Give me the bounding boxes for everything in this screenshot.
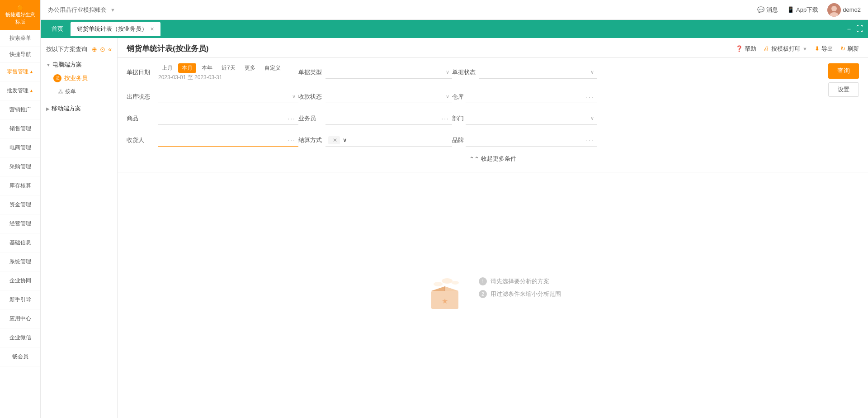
outstatus-label: 出库状态 bbox=[127, 93, 158, 101]
main-content: ★ 1 请先选择要分析的方案 2 bbox=[118, 172, 868, 418]
query-button[interactable]: 查询 bbox=[828, 63, 859, 79]
date-tab-7days[interactable]: 近7天 bbox=[218, 63, 239, 73]
date-tab-thisyear[interactable]: 本年 bbox=[198, 63, 216, 73]
app-download-action[interactable]: 📱 App下载 bbox=[787, 6, 818, 14]
print-dropdown-icon[interactable]: ▼ bbox=[802, 46, 807, 52]
outstatus-dropdown-icon: ∨ bbox=[292, 94, 296, 100]
message-icon: 💬 bbox=[757, 6, 764, 13]
sidebar-nav: 零售管理 ▲ 批发管理 ▲ 营销推广 销售管理 电商管理 采购管理 库存核算 资… bbox=[0, 62, 40, 418]
payment-control[interactable]: ∨ bbox=[326, 90, 452, 103]
doctype-control[interactable]: ∨ bbox=[326, 66, 452, 79]
collapse-button[interactable]: ⌃⌃ 收起更多条件 bbox=[469, 155, 516, 163]
date-tab-custom[interactable]: 自定义 bbox=[261, 63, 284, 73]
right-panel: 销货单统计表(按业务员) ❓ 帮助 🖨 按模板打印 ▼ ⬇ 导出 bbox=[118, 38, 868, 418]
sidebar-item-wechat[interactable]: 企业微信 bbox=[0, 328, 40, 347]
refresh-label: 刷新 bbox=[847, 45, 859, 53]
sidebar-item-basic[interactable]: 基础信息 bbox=[0, 233, 40, 252]
filter-row-4: 收货人 ··· 结算方式 bbox=[127, 134, 819, 147]
sidebar: 🟠 畅捷通好生意 标版 搜索菜单 快捷导航 零售管理 ▲ 批发管理 ▲ 营销推广… bbox=[0, 0, 41, 418]
receiver-control[interactable]: ··· bbox=[158, 134, 298, 147]
username-label: demo2 bbox=[843, 6, 861, 13]
sidebar-item-inventory[interactable]: 库存核算 bbox=[0, 176, 40, 195]
page-title: 销货单统计表(按业务员) bbox=[127, 43, 208, 54]
left-panel-actions: ⊕ ⊙ « bbox=[92, 46, 112, 53]
doctype-dropdown-icon: ∨ bbox=[446, 69, 449, 75]
sidebar-item-marketing[interactable]: 营销推广 bbox=[0, 100, 40, 119]
empty-state: ★ 1 请先选择要分析的方案 2 bbox=[425, 273, 561, 318]
plan-item-salesperson[interactable]: 员 按业务员 bbox=[41, 71, 117, 85]
docstatus-control[interactable]: ∨ bbox=[479, 66, 597, 79]
goods-control[interactable]: ··· bbox=[158, 112, 298, 125]
salesperson-control[interactable]: ··· bbox=[326, 112, 452, 125]
collapse-panel-icon[interactable]: « bbox=[108, 46, 112, 53]
warehouse-ellipsis-icon: ··· bbox=[586, 93, 594, 100]
warehouse-control[interactable]: ··· bbox=[466, 90, 597, 103]
print-label: 按模板打印 bbox=[771, 45, 801, 53]
add-plan-icon[interactable]: ⊕ bbox=[92, 46, 97, 53]
setting-button[interactable]: 设置 bbox=[828, 82, 859, 97]
docstatus-label: 单据状态 bbox=[452, 68, 479, 76]
refresh-button[interactable]: ↻ 刷新 bbox=[840, 45, 859, 53]
subitem-icon: ⁂ bbox=[58, 89, 63, 95]
svg-point-8 bbox=[434, 282, 443, 286]
payment-dropdown-icon: ∨ bbox=[446, 94, 449, 100]
warehouse-label: 仓库 bbox=[452, 93, 466, 101]
help-button[interactable]: ❓ 帮助 bbox=[736, 45, 756, 53]
date-tab-thismonth[interactable]: 本月 bbox=[178, 63, 196, 73]
mobile-group-arrow-icon: ▶ bbox=[46, 106, 50, 111]
export-label: 导出 bbox=[821, 45, 833, 53]
sidebar-item-newuser[interactable]: 新手引导 bbox=[0, 290, 40, 309]
settlement-clear-icon[interactable]: ✕ bbox=[333, 137, 337, 143]
tip-text-2: 用过滤条件来缩小分析范围 bbox=[491, 290, 561, 298]
svg-marker-5 bbox=[445, 286, 458, 291]
edit-plan-icon[interactable]: ⊙ bbox=[100, 46, 105, 53]
receiver-ellipsis-icon: ··· bbox=[288, 137, 296, 144]
sidebar-item-system[interactable]: 系统管理 bbox=[0, 252, 40, 271]
main-area: 办公用品行业模拟账套 ▼ 💬 消息 📱 App下载 de bbox=[41, 0, 868, 418]
sidebar-item-ecommerce[interactable]: 电商管理 bbox=[0, 138, 40, 157]
sidebar-logo[interactable]: 🟠 畅捷通好生意 标版 bbox=[0, 0, 40, 30]
tab-sales-stat[interactable]: 销货单统计表（按业务员） ✕ bbox=[71, 22, 160, 36]
sidebar-item-wholesale[interactable]: 批发管理 ▲ bbox=[0, 81, 40, 100]
payment-label: 收款状态 bbox=[298, 93, 326, 101]
tab-minimize-icon[interactable]: － bbox=[845, 24, 853, 34]
print-button[interactable]: 🖨 按模板打印 ▼ bbox=[764, 45, 807, 53]
message-action[interactable]: 💬 消息 bbox=[757, 6, 778, 14]
sidebar-item-purchase[interactable]: 采购管理 bbox=[0, 157, 40, 176]
filter-doctype: 单据类型 ∨ bbox=[298, 66, 452, 79]
sidebar-search-menu[interactable]: 搜索菜单 bbox=[0, 30, 40, 47]
avatar-image bbox=[827, 3, 841, 17]
account-name[interactable]: 办公用品行业模拟账套 bbox=[48, 6, 107, 14]
tab-maximize-icon[interactable]: ⛶ bbox=[856, 25, 863, 33]
department-control[interactable]: ∨ bbox=[466, 112, 597, 125]
sidebar-item-sales[interactable]: 销售管理 bbox=[0, 119, 40, 138]
sidebar-item-business[interactable]: 经营管理 bbox=[0, 214, 40, 233]
outstatus-control[interactable]: ∨ bbox=[158, 90, 298, 103]
sidebar-item-member[interactable]: 畅会员 bbox=[0, 347, 40, 366]
export-button[interactable]: ⬇ 导出 bbox=[815, 45, 833, 53]
svg-point-9 bbox=[442, 278, 453, 284]
svg-marker-4 bbox=[431, 286, 445, 291]
mobile-group-label: 移动端方案 bbox=[52, 104, 81, 113]
sidebar-item-finance[interactable]: 资金管理 bbox=[0, 195, 40, 214]
help-label: 帮助 bbox=[745, 45, 756, 53]
sidebar-item-appcenter[interactable]: 应用中心 bbox=[0, 309, 40, 328]
message-label: 消息 bbox=[766, 6, 778, 14]
tab-close-icon[interactable]: ✕ bbox=[150, 26, 154, 32]
settlement-control[interactable]: ✕ ∨ bbox=[326, 134, 452, 147]
date-tab-lastmonth[interactable]: 上月 bbox=[158, 63, 176, 73]
user-action[interactable]: demo2 bbox=[827, 3, 861, 17]
account-dropdown-icon[interactable]: ▼ bbox=[110, 7, 115, 13]
filter-warehouse: 仓库 ··· bbox=[452, 90, 597, 103]
sidebar-item-company[interactable]: 企业协同 bbox=[0, 271, 40, 290]
app-download-label: App下载 bbox=[796, 6, 818, 14]
plan-subitem-order[interactable]: ⁂ 按单 bbox=[41, 85, 117, 98]
date-tab-more[interactable]: 更多 bbox=[241, 63, 259, 73]
sidebar-item-retail[interactable]: 零售管理 ▲ bbox=[0, 62, 40, 81]
pc-plan-group-title[interactable]: ▼ 电脑端方案 bbox=[41, 58, 117, 71]
brand-control[interactable]: ··· bbox=[466, 134, 597, 147]
mobile-plan-group-title[interactable]: ▶ 移动端方案 bbox=[41, 102, 117, 115]
tab-home[interactable]: 首页 bbox=[45, 22, 70, 36]
sales-stat-tab-label: 销货单统计表（按业务员） bbox=[77, 25, 147, 33]
sidebar-quick-nav[interactable]: 快捷导航 bbox=[0, 47, 40, 62]
